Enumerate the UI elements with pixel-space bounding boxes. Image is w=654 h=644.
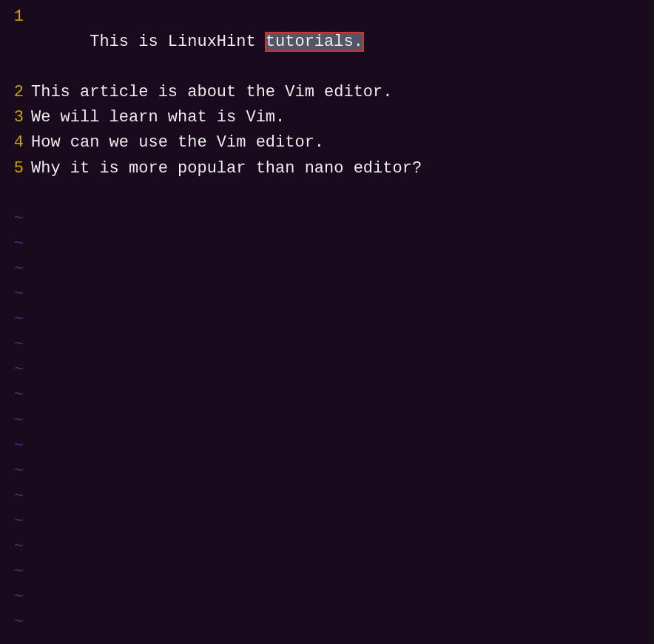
- editor-line-5: 5 Why it is more popular than nano edito…: [0, 156, 654, 181]
- tilde-line-2: ~: [0, 232, 654, 257]
- tilde-15: ~: [0, 560, 31, 585]
- tilde-line-5: ~: [0, 307, 654, 332]
- line-1-highlight: tutorials.: [266, 33, 363, 51]
- tilde-line-12: ~: [0, 484, 654, 509]
- tilde-13: ~: [0, 509, 31, 534]
- line-content-5: Why it is more popular than nano editor?: [31, 156, 422, 181]
- tilde-line-14: ~: [0, 534, 654, 560]
- line-number-5: 5: [0, 156, 31, 181]
- tilde-17: ~: [0, 610, 31, 635]
- tilde-line-11: ~: [0, 459, 654, 484]
- editor-line-1: 1 This is LinuxHint tutorials.: [0, 4, 654, 80]
- line-content-2: This article is about the Vim editor.: [31, 80, 392, 105]
- tilde-line-1: ~: [0, 207, 654, 232]
- tilde-2: ~: [0, 232, 31, 257]
- empty-line-after-content: [0, 181, 654, 207]
- tilde-line-3: ~: [0, 257, 654, 282]
- line-number-2: 2: [0, 80, 31, 105]
- tilde-18: ~: [0, 635, 31, 644]
- tilde-5: ~: [0, 307, 31, 332]
- tilde-3: ~: [0, 257, 31, 282]
- tilde-line-16: ~: [0, 585, 654, 610]
- editor-line-2: 2 This article is about the Vim editor.: [0, 80, 654, 105]
- tilde-line-6: ~: [0, 332, 654, 358]
- tilde-line-9: ~: [0, 409, 654, 434]
- tilde-line-17: ~: [0, 610, 654, 635]
- line-content-1: This is LinuxHint tutorials.: [31, 4, 363, 80]
- tilde-line-15: ~: [0, 560, 654, 585]
- tilde-line-4: ~: [0, 282, 654, 307]
- tilde-8: ~: [0, 383, 31, 408]
- tilde-line-7: ~: [0, 358, 654, 383]
- tilde-6: ~: [0, 332, 31, 358]
- tilde-line-8: ~: [0, 383, 654, 408]
- line-number-empty: [0, 181, 31, 207]
- line-number-1: 1: [0, 4, 31, 30]
- tilde-16: ~: [0, 585, 31, 610]
- editor-area[interactable]: 1 This is LinuxHint tutorials. 2 This ar…: [0, 0, 654, 644]
- tilde-line-18: ~: [0, 635, 654, 644]
- tilde-11: ~: [0, 459, 31, 484]
- tilde-10: ~: [0, 434, 31, 459]
- tilde-12: ~: [0, 484, 31, 509]
- line-content-3: We will learn what is Vim.: [31, 105, 285, 130]
- line-content-4: How can we use the Vim editor.: [31, 130, 324, 155]
- line-number-4: 4: [0, 130, 31, 155]
- tilde-14: ~: [0, 534, 31, 560]
- editor-line-3: 3 We will learn what is Vim.: [0, 105, 654, 130]
- line-1-before: This is LinuxHint: [90, 33, 266, 51]
- line-number-3: 3: [0, 105, 31, 130]
- tilde-1: ~: [0, 207, 31, 232]
- tilde-7: ~: [0, 358, 31, 383]
- tilde-line-10: ~: [0, 434, 654, 459]
- tilde-line-13: ~: [0, 509, 654, 534]
- tilde-9: ~: [0, 409, 31, 434]
- tilde-4: ~: [0, 282, 31, 307]
- editor-line-4: 4 How can we use the Vim editor.: [0, 130, 654, 155]
